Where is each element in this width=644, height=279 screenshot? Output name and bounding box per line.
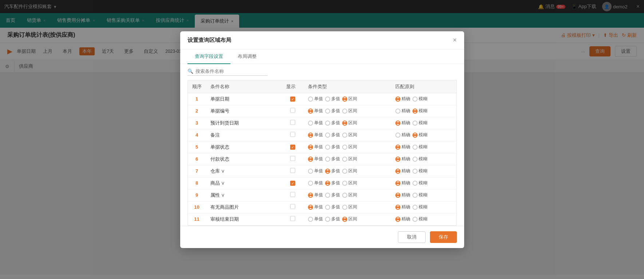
type-range-radio[interactable]: 区间 xyxy=(342,132,357,138)
table-row: 11 审核结束日期 单值 多值 区间 xyxy=(188,213,457,225)
row-order: 4 xyxy=(188,129,206,141)
th-name: 条件名称 xyxy=(206,80,282,93)
match-exact-radio[interactable]: 精确 xyxy=(395,144,410,150)
match-fuzzy-radio[interactable]: 模糊 xyxy=(412,204,427,210)
type-single-radio[interactable]: 单值 xyxy=(308,180,323,186)
modal-tab-fields[interactable]: 查询字段设置 xyxy=(187,50,230,64)
type-single-radio[interactable]: 单值 xyxy=(308,156,323,162)
table-body: 1 单据日期 ✓ 单值 多值 区间 xyxy=(188,93,457,225)
row-show-cell xyxy=(282,153,304,165)
type-range-radio[interactable]: 区间 xyxy=(342,216,357,222)
row-show-cell xyxy=(282,117,304,129)
match-exact-radio[interactable]: 精确 xyxy=(395,216,410,222)
type-single-radio[interactable]: 单值 xyxy=(308,120,323,126)
row-order: 1 xyxy=(188,93,206,105)
type-single-radio[interactable]: 单值 xyxy=(308,144,323,150)
type-range-radio[interactable]: 区间 xyxy=(342,144,357,150)
match-exact-radio[interactable]: 精确 xyxy=(395,108,410,114)
type-multi-radio[interactable]: 多值 xyxy=(325,120,340,126)
type-single-radio[interactable]: 单值 xyxy=(308,192,323,198)
show-checkbox[interactable]: ✓ xyxy=(290,181,295,186)
row-show-cell xyxy=(282,129,304,141)
conditions-table: 顺序 条件名称 显示 条件类型 匹配原则 1 单据日期 ✓ 单值 xyxy=(188,80,457,225)
row-show-cell: ✓ xyxy=(282,141,304,153)
type-multi-radio[interactable]: 多值 xyxy=(325,192,340,198)
type-range-radio[interactable]: 区间 xyxy=(342,192,357,198)
show-checkbox[interactable] xyxy=(290,216,295,221)
row-show-cell xyxy=(282,201,304,213)
table-row: 3 预计到货日期 单值 多值 区间 xyxy=(188,117,457,129)
show-checkbox[interactable] xyxy=(290,192,295,197)
type-range-radio[interactable]: 区间 xyxy=(342,120,357,126)
row-show-cell: ✓ xyxy=(282,177,304,189)
type-multi-radio[interactable]: 多值 xyxy=(325,144,340,150)
cancel-button[interactable]: 取消 xyxy=(398,231,426,243)
show-checkbox[interactable] xyxy=(290,108,295,113)
type-single-radio[interactable]: 单值 xyxy=(308,204,323,210)
match-fuzzy-radio[interactable]: 模糊 xyxy=(412,132,427,138)
row-type-cell: 单值 多值 区间 xyxy=(304,141,391,153)
type-multi-radio[interactable]: 多值 xyxy=(325,168,340,174)
type-single-radio[interactable]: 单值 xyxy=(308,168,323,174)
search-input[interactable] xyxy=(195,68,261,74)
save-button[interactable]: 保存 xyxy=(430,231,457,243)
match-fuzzy-radio[interactable]: 模糊 xyxy=(412,120,427,126)
match-fuzzy-radio[interactable]: 模糊 xyxy=(412,96,427,102)
match-fuzzy-radio[interactable]: 模糊 xyxy=(412,180,427,186)
match-exact-radio[interactable]: 精确 xyxy=(395,156,410,162)
type-range-radio[interactable]: 区间 xyxy=(342,108,357,114)
table-row: 2 单据编号 单值 多值 区间 xyxy=(188,105,457,117)
match-exact-radio[interactable]: 精确 xyxy=(395,132,410,138)
match-fuzzy-radio[interactable]: 模糊 xyxy=(412,192,427,198)
show-checkbox[interactable]: ✓ xyxy=(290,145,295,150)
type-range-radio[interactable]: 区间 xyxy=(342,156,357,162)
type-multi-radio[interactable]: 多值 xyxy=(325,216,340,222)
type-multi-radio[interactable]: 多值 xyxy=(325,108,340,114)
type-single-radio[interactable]: 单值 xyxy=(308,96,323,102)
match-fuzzy-radio[interactable]: 模糊 xyxy=(412,216,427,222)
type-single-radio[interactable]: 单值 xyxy=(308,132,323,138)
modal-close-button[interactable]: × xyxy=(453,36,457,44)
show-checkbox[interactable] xyxy=(290,132,295,137)
modal-tab-layout[interactable]: 布局调整 xyxy=(230,50,264,64)
match-exact-radio[interactable]: 精确 xyxy=(395,96,410,102)
type-multi-radio[interactable]: 多值 xyxy=(325,132,340,138)
match-exact-radio[interactable]: 精确 xyxy=(395,204,410,210)
row-name: 商品 ∨ xyxy=(206,177,282,189)
type-multi-radio[interactable]: 多值 xyxy=(325,156,340,162)
show-checkbox[interactable] xyxy=(290,120,295,125)
match-exact-radio[interactable]: 精确 xyxy=(395,192,410,198)
match-exact-radio[interactable]: 精确 xyxy=(395,120,410,126)
type-single-radio[interactable]: 单值 xyxy=(308,216,323,222)
type-range-radio[interactable]: 区间 xyxy=(342,180,357,186)
match-exact-radio[interactable]: 精确 xyxy=(395,168,410,174)
match-fuzzy-radio[interactable]: 模糊 xyxy=(412,108,427,114)
th-type: 条件类型 xyxy=(304,80,391,93)
row-order: 7 xyxy=(188,165,206,177)
table-row: 4 备注 单值 多值 区间 xyxy=(188,129,457,141)
match-exact-radio[interactable]: 精确 xyxy=(395,180,410,186)
show-checkbox[interactable] xyxy=(290,156,295,161)
type-multi-radio[interactable]: 多值 xyxy=(325,96,340,102)
row-match-cell: 精确 模糊 xyxy=(391,213,457,225)
show-checkbox[interactable] xyxy=(290,204,295,209)
match-fuzzy-radio[interactable]: 模糊 xyxy=(412,144,427,150)
row-show-cell xyxy=(282,189,304,201)
type-single-radio[interactable]: 单值 xyxy=(308,108,323,114)
th-order: 顺序 xyxy=(188,80,206,93)
match-fuzzy-radio[interactable]: 模糊 xyxy=(412,156,427,162)
type-multi-radio[interactable]: 多值 xyxy=(325,180,340,186)
row-match-cell: 精确 模糊 xyxy=(391,141,457,153)
type-range-radio[interactable]: 区间 xyxy=(342,204,357,210)
row-name: 有无商品图片 xyxy=(206,201,282,213)
table-row: 5 单据状态 ✓ 单值 多值 区间 xyxy=(188,141,457,153)
type-multi-radio[interactable]: 多值 xyxy=(325,204,340,210)
row-show-cell xyxy=(282,165,304,177)
show-checkbox[interactable] xyxy=(290,168,295,173)
type-range-radio[interactable]: 区间 xyxy=(342,96,357,102)
table-row: 10 有无商品图片 单值 多值 区间 xyxy=(188,201,457,213)
row-name: 审核结束日期 xyxy=(206,213,282,225)
show-checkbox[interactable]: ✓ xyxy=(290,97,295,102)
type-range-radio[interactable]: 区间 xyxy=(342,168,357,174)
match-fuzzy-radio[interactable]: 模糊 xyxy=(412,168,427,174)
